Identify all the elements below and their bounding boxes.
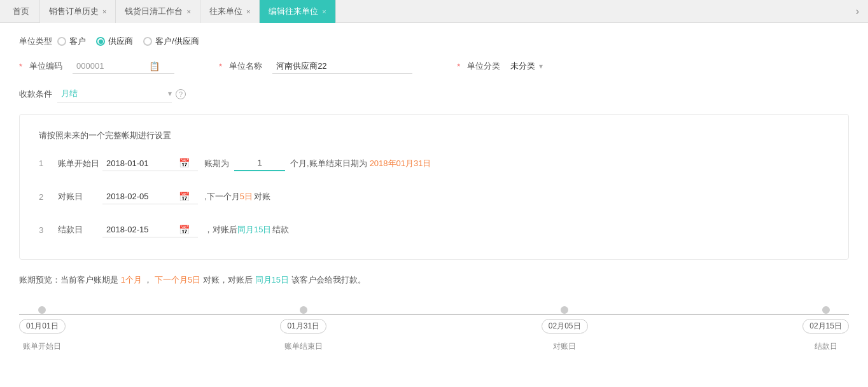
unit-name-label: 单位名称: [229, 60, 262, 72]
row-reconciliation: 2 对账日 📅 ,下一个月 5日 对账: [39, 189, 829, 204]
tab-partner[interactable]: 往来单位 ×: [200, 0, 260, 23]
radio-customer[interactable]: 客户: [57, 36, 86, 47]
preview-text: 账期预览：当前客户账期是 1个月 ， 下一个月5日 对账，对账后 同月15日 该…: [19, 272, 849, 287]
timeline-node-2: 02月05日 对账日: [542, 306, 588, 352]
payment-row: 收款条件 月结 ▾ ?: [19, 85, 849, 102]
date-input-1: 📅: [102, 156, 198, 171]
unit-classify-value: 未分类: [510, 60, 535, 72]
radio-both-label: 客户/供应商: [155, 36, 199, 47]
preview-part3: 对账，对账后: [203, 275, 253, 285]
tab-scroll-right-icon[interactable]: ›: [850, 6, 865, 17]
unit-code-input-wrap: 📋: [73, 59, 174, 74]
unit-code-input[interactable]: [73, 59, 149, 73]
preview-sep1: ，: [144, 275, 152, 285]
tab-home[interactable]: 首页: [3, 0, 40, 23]
unit-classify-select[interactable]: 未分类 ▾: [510, 60, 543, 72]
period-input-wrap: [234, 155, 285, 171]
settlement-date-input[interactable]: [102, 222, 179, 237]
row-settlement: 3 结款日 📅 ，对账后 同月15日 结款: [39, 222, 829, 237]
tab-partner-label: 往来单位: [209, 6, 242, 17]
timeline-dot-0: [38, 306, 46, 314]
unit-classify-label: 单位分类: [467, 60, 500, 72]
radio-circle-both: [143, 37, 152, 46]
close-icon[interactable]: ×: [322, 8, 326, 15]
classify-dropdown-icon: ▾: [539, 62, 543, 71]
start-date-input[interactable]: [102, 156, 179, 171]
date-input-2: 📅: [102, 189, 198, 204]
unit-code-label: 单位编码: [29, 60, 62, 72]
radio-customer-label: 客户: [69, 36, 86, 47]
calendar-icon-2[interactable]: 📅: [179, 192, 190, 202]
tab-sales-history[interactable]: 销售订单历史 ×: [40, 0, 116, 23]
unit-info-row: * 单位编码 📋 * 单位名称 * 单位分类 未分类 ▾: [19, 59, 849, 74]
tab-sales-history-label: 销售订单历史: [49, 6, 99, 17]
radio-supplier-label: 供应商: [108, 36, 133, 47]
timeline-label-3: 02月15日: [802, 319, 849, 334]
period-end-date: 2018年01月31日: [370, 158, 431, 169]
reconciliation-suffix-highlight: 5日: [240, 191, 253, 202]
preview-prefix: 账期预览：当前客户账期是: [19, 275, 118, 285]
unit-type-label: 单位类型: [19, 36, 52, 47]
timeline-sub-3: 结款日: [815, 341, 837, 352]
settlement-suffix-highlight: 同月15日: [237, 224, 271, 236]
payment-value: 月结: [57, 85, 168, 102]
preview-section: 账期预览：当前客户账期是 1个月 ， 下一个月5日 对账，对账后 同月15日 该…: [19, 272, 849, 352]
field-label-3: 结款日: [58, 224, 102, 236]
required-star-name: *: [219, 62, 222, 71]
preview-part4: 同月15日: [255, 275, 289, 285]
field-label-1: 账单开始日: [58, 158, 102, 169]
radio-both[interactable]: 客户/供应商: [143, 36, 199, 47]
tab-cash-work-label: 钱货日清工作台: [125, 6, 183, 17]
tab-bar: 首页 销售订单历史 × 钱货日清工作台 × 往来单位 × 编辑往来单位 × ›: [0, 0, 868, 23]
period-label: 账期为: [204, 158, 229, 169]
help-icon[interactable]: ?: [176, 89, 186, 99]
document-icon[interactable]: 📋: [149, 61, 160, 71]
radio-circle-customer: [57, 37, 66, 46]
close-icon[interactable]: ×: [186, 8, 190, 15]
payment-select[interactable]: 月结 ▾: [57, 85, 172, 102]
settlement-suffix-end: 结款: [272, 224, 289, 236]
tab-edit-partner[interactable]: 编辑往来单位 ×: [260, 0, 335, 23]
timeline-dot-3: [822, 306, 830, 314]
calendar-icon-3[interactable]: 📅: [179, 225, 190, 235]
reconciliation-suffix-end: 对账: [254, 191, 270, 202]
field-label-2: 对账日: [58, 191, 102, 202]
timeline-node-1: 01月31日 账单结束日: [280, 306, 326, 352]
section-title: 请按照未来的一个完整帐期进行设置: [39, 130, 829, 141]
timeline-nodes: 01月01日 账单开始日 01月31日 账单结束日 02月05日 对账日 02月…: [19, 306, 849, 352]
calendar-icon-1[interactable]: 📅: [179, 158, 190, 168]
timeline-node-3: 02月15日 结款日: [802, 306, 849, 352]
required-star-classify: *: [457, 62, 460, 71]
main-content: 单位类型 客户 供应商 客户/供应商 * 单位编码 📋: [0, 23, 868, 387]
radio-supplier[interactable]: 供应商: [96, 36, 133, 47]
unit-type-radio-group: 客户 供应商 客户/供应商: [57, 36, 199, 47]
reconciliation-date-input[interactable]: [102, 189, 179, 204]
period-value-input[interactable]: [234, 155, 285, 171]
timeline-node-0: 01月01日 账单开始日: [19, 306, 66, 352]
timeline-sub-0: 账单开始日: [23, 341, 61, 352]
required-star-code: *: [19, 62, 22, 71]
tab-edit-partner-label: 编辑往来单位: [269, 6, 318, 17]
period-settings-box: 请按照未来的一个完整帐期进行设置 1 账单开始日 📅 账期为 个月,账单结束日期…: [19, 114, 849, 260]
row-account-start: 1 账单开始日 📅 账期为 个月,账单结束日期为 2018年01月31日: [39, 155, 829, 171]
row-num-3: 3: [39, 225, 58, 235]
preview-suffix: 该客户会给我打款。: [291, 275, 366, 285]
period-unit-text: 个月,账单结束日期为: [290, 158, 367, 169]
timeline: 01月01日 账单开始日 01月31日 账单结束日 02月05日 对账日 02月…: [19, 306, 849, 352]
radio-circle-supplier: [96, 37, 105, 46]
timeline-sub-1: 账单结束日: [284, 341, 323, 352]
preview-part1: 1个月: [121, 275, 142, 285]
tab-home-label: 首页: [13, 6, 29, 17]
payment-label: 收款条件: [19, 88, 52, 100]
timeline-dot-1: [300, 306, 307, 314]
preview-part2: 下一个月5日: [155, 275, 200, 285]
date-input-3: 📅: [102, 222, 198, 237]
row-num-1: 1: [39, 158, 58, 168]
timeline-sub-2: 对账日: [553, 341, 576, 352]
tab-cash-work[interactable]: 钱货日清工作台 ×: [116, 0, 200, 23]
timeline-dot-2: [561, 306, 568, 314]
close-icon[interactable]: ×: [246, 8, 250, 15]
unit-name-input[interactable]: [272, 59, 412, 74]
row-num-2: 2: [39, 192, 58, 202]
close-icon[interactable]: ×: [102, 8, 106, 15]
